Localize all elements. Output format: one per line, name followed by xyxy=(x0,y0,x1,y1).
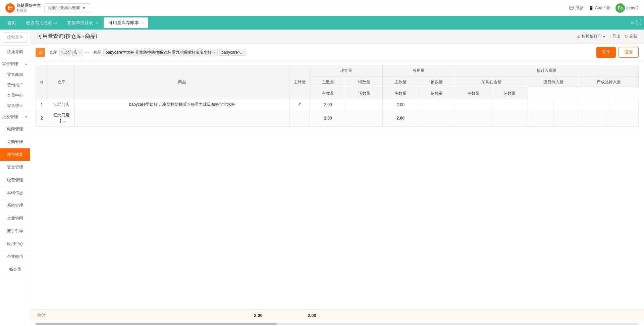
close-all-tabs-btn[interactable]: × xyxy=(631,20,634,26)
cell-avail-aux-2 xyxy=(419,110,455,127)
sidebar-section-wholesale[interactable]: 批发管理 ▼ xyxy=(0,111,30,123)
scroll-thumb[interactable] xyxy=(36,323,277,325)
sidebar-item-member-plus[interactable]: 畅会员 xyxy=(0,263,30,276)
product-tag-2[interactable]: babycare?... xyxy=(219,49,246,56)
filter-actions: 查询 设置 xyxy=(596,47,639,58)
sidebar-retail-arrow: ▲ xyxy=(24,62,28,66)
product-tag-1-close[interactable]: × xyxy=(213,50,215,54)
sidebar-item-members[interactable]: 会员中心 xyxy=(0,90,30,101)
message-btn[interactable]: 💬 消息 xyxy=(569,5,583,11)
cell-avail-aux-1 xyxy=(419,99,455,110)
avatar: Ea xyxy=(615,3,625,13)
export-btn[interactable]: ↑ 导出 xyxy=(609,34,621,39)
cell-inbound-aux-2 xyxy=(553,110,579,127)
product-tag-2-text: babycare?... xyxy=(221,50,244,55)
warehouse-tag-close[interactable]: × xyxy=(79,50,81,54)
sidebar-item-inventory[interactable]: 库存核算 xyxy=(0,148,30,161)
sidebar-item-ecommerce[interactable]: 电商管理 xyxy=(0,123,30,136)
tab-keyongliang-label: 可用量库存账本 xyxy=(108,20,139,26)
th-gear[interactable]: ⚙ xyxy=(36,65,48,99)
avatar-text: Ea xyxy=(618,6,623,10)
data-table: ⚙ 仓库 商品 主计量 现存量 可用量 预计入库量 主数量 辅数量 主数量 辅数… xyxy=(36,65,639,127)
scroll-track[interactable] xyxy=(36,323,639,325)
table-container: ⚙ 仓库 商品 主计量 现存量 可用量 预计入库量 主数量 辅数量 主数量 辅数… xyxy=(30,61,644,309)
tab-yaohuo[interactable]: 要货单统计表 × xyxy=(62,17,103,28)
cell-purchase-main-2 xyxy=(455,110,491,127)
sidebar-item-retail-stats[interactable]: 零售统计 xyxy=(0,101,30,111)
tab-shoufacun[interactable]: 收发存汇总表 × xyxy=(21,17,62,28)
sidebar-retail-label: 零售管理 xyxy=(2,61,18,67)
sidebar-item-system[interactable]: 系统管理 xyxy=(0,199,30,212)
page-header-actions: 🖨 按模板打印 ▾ ↑ 导出 ↻ 刷新 xyxy=(576,34,637,43)
user-area[interactable]: Ea demo2 xyxy=(615,3,639,13)
page-header: 可用量查询(按仓库+商品) 🖨 按模板打印 ▾ ↑ 导出 ↻ 刷新 xyxy=(30,30,644,44)
sidebar-item-purchase[interactable]: 采购管理 xyxy=(0,136,30,148)
cell-avail-main-2: 2.00 xyxy=(382,110,419,127)
cell-unit-1: 个 xyxy=(290,99,310,110)
print-btn[interactable]: 🖨 按模板打印 ▾ xyxy=(576,34,605,39)
cell-product-1: babycare学饮杯 儿童防摔防撞吸管杯重力球吸嘴杯宝宝水杯 xyxy=(75,99,290,110)
sidebar-item-marketing[interactable]: 营销推广 xyxy=(0,80,30,90)
expand-btn[interactable]: ⛶ xyxy=(636,20,641,26)
search-menu-btn[interactable]: 搜索菜单 xyxy=(2,32,28,43)
th-inbound-pending: 进货待入量 xyxy=(528,77,579,88)
footer-stock-total: 2.00 xyxy=(241,313,275,318)
warehouse-tags: 江北门店 × ··· xyxy=(59,49,89,56)
sidebar-item-newguide[interactable]: 新手引导 xyxy=(0,225,30,238)
cell-inbound-aux-1 xyxy=(553,99,579,110)
content-area: 可用量查询(按仓库+商品) 🖨 按模板打印 ▾ ↑ 导出 ↻ 刷新 » xyxy=(30,30,644,326)
warehouse-tag-text: 江北门店 xyxy=(61,50,77,55)
sidebar-item-basics[interactable]: 基础信息 xyxy=(0,187,30,199)
cell-purchase-aux-1 xyxy=(491,99,528,110)
cell-production-main-2 xyxy=(579,110,609,127)
scroll-bar-area xyxy=(30,321,644,326)
warehouse-filter-group: 仓库 江北门店 × ··· xyxy=(49,49,89,56)
sidebar-item-wechat[interactable]: 企业微信 xyxy=(0,250,30,263)
top-bar-left: 好 畅捷通好生意 标准版 母婴行业演示账套 ▾ xyxy=(5,3,91,13)
cell-production-main-1 xyxy=(579,99,609,110)
settings-button[interactable]: 设置 xyxy=(619,47,639,58)
tab-yaohuo-close[interactable]: × xyxy=(96,21,98,25)
tab-keyongliang-close[interactable]: × xyxy=(142,21,144,25)
warehouse-tag-jiangbei[interactable]: 江北门店 × xyxy=(59,49,83,56)
nav-tabs-right: × ⛶ xyxy=(631,20,641,26)
warehouse-more[interactable]: ··· xyxy=(85,49,89,55)
sidebar-item-finance[interactable]: 资金管理 xyxy=(0,161,30,174)
sidebar-item-operations[interactable]: 经营管理 xyxy=(0,174,30,187)
cell-product-2 xyxy=(75,110,290,127)
tab-keyongliang[interactable]: 可用量库存账本 × xyxy=(104,17,148,28)
tab-shoufacun-close[interactable]: × xyxy=(55,21,57,25)
logo-text-area: 畅捷通好生意 标准版 xyxy=(17,3,41,13)
cell-stock-aux-1 xyxy=(346,99,382,110)
industry-selector[interactable]: 母婴行业演示账套 ▾ xyxy=(44,3,91,12)
message-label: 消息 xyxy=(575,5,583,11)
refresh-btn[interactable]: ↻ 刷新 xyxy=(625,34,637,39)
filter-expand-btn[interactable]: » xyxy=(36,48,45,57)
sidebar-item-quick-nav[interactable]: 快捷导航 xyxy=(0,46,30,58)
product-tag-1[interactable]: babycare学饮杯 儿童防摔防撞吸管杯重力球吸嘴杯宝宝水杯 × xyxy=(103,49,218,56)
cell-purchase-aux-2 xyxy=(491,110,528,127)
refresh-icon: ↻ xyxy=(625,34,628,39)
sidebar-item-appcenter[interactable]: 应用中心 xyxy=(0,238,30,250)
cell-avail-main-1: 2.00 xyxy=(382,99,419,110)
sidebar-item-enterprise[interactable]: 企业协同 xyxy=(0,212,30,225)
sidebar-item-retail-mall[interactable]: 零售商城 xyxy=(0,69,30,80)
cell-production-aux-1 xyxy=(609,99,638,110)
export-label: 导出 xyxy=(612,34,621,39)
refresh-label: 刷新 xyxy=(629,34,637,39)
logo-icon: 好 xyxy=(5,3,15,13)
app-download-btn[interactable]: 📱 App下载 xyxy=(589,5,610,11)
cell-stock-aux-2 xyxy=(346,110,382,127)
sidebar-section-retail[interactable]: 零售管理 ▲ xyxy=(0,58,30,69)
cell-warehouse-2: 江北门店【... xyxy=(48,110,75,127)
th-inbound-main: 主数量 xyxy=(382,88,419,99)
tab-home[interactable]: 首页 xyxy=(3,17,21,28)
table-row: 1 江北门店 babycare学饮杯 儿童防摔防撞吸管杯重力球吸嘴杯宝宝水杯 个… xyxy=(36,99,639,110)
cell-inbound-main-2 xyxy=(528,110,553,127)
cell-unit-2 xyxy=(290,110,310,127)
query-button[interactable]: 查询 xyxy=(596,47,616,58)
th-expected-inbound: 预计入库量 xyxy=(455,65,639,77)
app-icon: 📱 xyxy=(589,6,594,10)
warehouse-filter-label: 仓库 xyxy=(49,50,57,55)
product-tags: babycare学饮杯 儿童防摔防撞吸管杯重力球吸嘴杯宝宝水杯 × babyca… xyxy=(103,49,246,56)
